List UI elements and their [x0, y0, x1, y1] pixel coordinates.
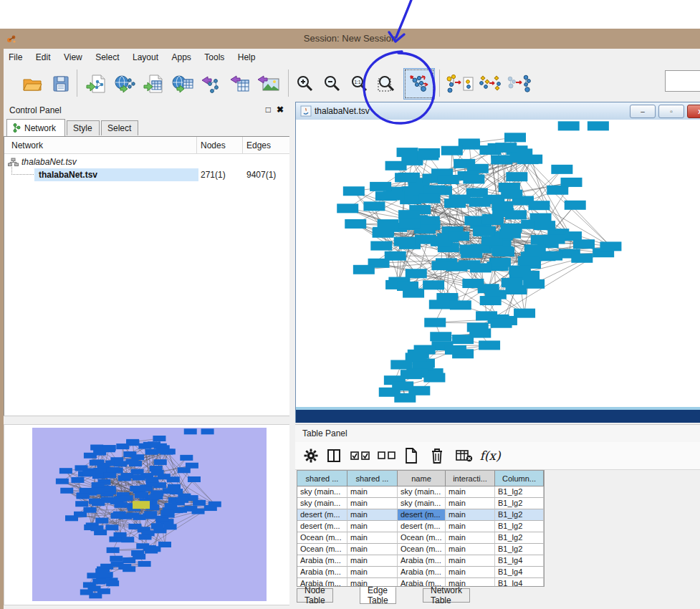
table-cell[interactable]: B1_lg2: [495, 486, 544, 498]
birdseye-canvas[interactable]: [32, 428, 267, 601]
zoom-selected-region-button[interactable]: [373, 68, 401, 100]
table-cell[interactable]: desert (m...: [297, 509, 347, 521]
menu-view[interactable]: View: [59, 49, 87, 62]
table-cell[interactable]: sky (main...: [297, 498, 347, 509]
table-cell[interactable]: main: [446, 544, 495, 555]
table-row[interactable]: Arabia (m...mainArabia (m...mainB1_lg4: [297, 555, 544, 567]
tab-network-table[interactable]: Network Table: [423, 588, 470, 603]
menu-select[interactable]: Select: [90, 49, 124, 62]
table-row[interactable]: Ocean (m...mainOcean (m...mainB1_lg2: [297, 532, 544, 544]
table-cell[interactable]: B1_lg2: [495, 498, 544, 509]
select-first-neighbors-button[interactable]: [442, 68, 476, 100]
table-cell[interactable]: main: [347, 498, 398, 509]
column-header[interactable]: name: [398, 471, 446, 486]
menu-layout[interactable]: Layout: [128, 49, 163, 62]
apply-preferred-layout-button[interactable]: [403, 68, 435, 100]
hide-selected-button[interactable]: [504, 68, 534, 100]
save-session-button[interactable]: [47, 68, 75, 100]
close-panel-button[interactable]: ✖: [277, 105, 284, 115]
table-row[interactable]: desert (m...maindesert (m...mainB1_lg2: [297, 509, 544, 521]
menu-edit[interactable]: Edit: [31, 49, 56, 62]
table-row[interactable]: sky (main...mainsky (main...mainB1_lg2: [297, 498, 544, 509]
table-cell[interactable]: Arabia (m...: [398, 567, 446, 578]
import-table-file-button[interactable]: [140, 68, 168, 100]
menu-tools[interactable]: Tools: [199, 49, 229, 62]
table-cell[interactable]: main: [347, 521, 398, 532]
show-columns-button[interactable]: [324, 446, 344, 466]
float-panel-button[interactable]: □: [266, 105, 271, 115]
network-window-titlebar[interactable]: thalabaNet.tsv – ▫ x: [296, 102, 700, 120]
table-cell[interactable]: main: [446, 567, 495, 578]
table-row[interactable]: Ocean (m...mainOcean (m...mainB1_lg2: [297, 544, 544, 555]
network-canvas[interactable]: [296, 120, 700, 407]
table-cell[interactable]: B1_lg2: [495, 521, 544, 532]
table-cell[interactable]: Ocean (m...: [398, 532, 446, 544]
table-cell[interactable]: Ocean (m...: [297, 532, 347, 544]
new-table-button[interactable]: [401, 446, 421, 466]
table-row[interactable]: desert (m...maindesert (m...mainB1_lg2: [297, 521, 544, 532]
table-cell[interactable]: main: [347, 567, 398, 578]
table-cell[interactable]: desert (m...: [398, 509, 446, 521]
table-cell[interactable]: Arabia (m...: [297, 555, 347, 567]
table-cell[interactable]: main: [446, 498, 495, 509]
table-cell[interactable]: main: [347, 486, 398, 498]
column-header[interactable]: shared ...: [297, 471, 347, 486]
table-cell[interactable]: main: [347, 544, 398, 555]
select-all-button[interactable]: [348, 446, 373, 466]
minimize-button[interactable]: –: [630, 105, 656, 118]
table-cell[interactable]: Arabia (m...: [297, 567, 347, 578]
table-row[interactable]: sky (main...mainsky (main...mainB1_lg2: [297, 486, 544, 498]
table-cell[interactable]: main: [446, 555, 495, 567]
menu-help[interactable]: Help: [233, 49, 261, 62]
table-cell[interactable]: main: [347, 509, 398, 521]
function-builder-button[interactable]: f(x): [476, 446, 504, 466]
delete-table-button[interactable]: [454, 446, 474, 466]
table-cell[interactable]: sky (main...: [398, 486, 446, 498]
table-cell[interactable]: B1_lg2: [495, 532, 544, 544]
column-header[interactable]: interacti...: [446, 471, 495, 486]
open-session-button[interactable]: [18, 68, 47, 100]
deselect-all-button[interactable]: [375, 446, 399, 466]
table-cell[interactable]: B1_lg4: [495, 578, 544, 587]
export-network-button[interactable]: [197, 68, 226, 100]
table-cell[interactable]: B1_lg2: [495, 509, 544, 521]
import-table-web-button[interactable]: [168, 68, 197, 100]
table-cell[interactable]: desert (m...: [297, 521, 347, 532]
export-table-button[interactable]: [226, 68, 254, 100]
table-cell[interactable]: Ocean (m...: [398, 544, 446, 555]
table-row[interactable]: Arabia (m...mainArabia (m...mainB1_lg4: [297, 567, 544, 578]
table-cell[interactable]: desert (m...: [398, 521, 446, 532]
table-cell[interactable]: B1_lg4: [495, 567, 544, 578]
table-row[interactable]: Arabia (m...mainArabia (m...mainB1_lg4: [297, 578, 544, 587]
tab-edge-table[interactable]: Edge Table: [360, 587, 396, 604]
table-cell[interactable]: main: [446, 509, 495, 521]
restore-button[interactable]: ▫: [658, 105, 684, 118]
new-network-from-selection-button[interactable]: [476, 68, 504, 100]
table-cell[interactable]: main: [446, 486, 495, 498]
import-network-web-button[interactable]: [111, 68, 140, 100]
tab-select[interactable]: Select: [101, 120, 138, 135]
menu-apps[interactable]: Apps: [166, 49, 196, 62]
import-network-file-button[interactable]: [82, 68, 111, 100]
vertical-splitter[interactable]: [289, 100, 295, 609]
tab-node-table[interactable]: Node Table: [297, 588, 333, 603]
search-input[interactable]: [665, 70, 700, 92]
zoom-out-button[interactable]: [320, 68, 345, 100]
delete-rows-button[interactable]: [427, 446, 447, 466]
tab-style[interactable]: Style: [67, 120, 100, 135]
table-cell[interactable]: Arabia (m...: [398, 555, 446, 567]
menu-file[interactable]: File: [4, 49, 27, 62]
table-cell[interactable]: sky (main...: [297, 486, 347, 498]
table-cell[interactable]: sky (main...: [398, 498, 446, 509]
table-cell[interactable]: Ocean (m...: [297, 544, 347, 555]
zoom-in-button[interactable]: [292, 68, 318, 100]
table-cell[interactable]: main: [347, 555, 398, 567]
table-cell[interactable]: B1_lg4: [495, 555, 544, 567]
export-image-button[interactable]: [254, 68, 283, 100]
zoom-fit-button[interactable]: 1:1: [347, 68, 373, 100]
tab-network[interactable]: Network: [6, 119, 65, 136]
table-cell[interactable]: main: [446, 532, 495, 544]
column-header[interactable]: shared ...: [347, 471, 398, 486]
collection-row[interactable]: thalabaNet.tsv: [4, 155, 289, 168]
close-button[interactable]: x: [687, 105, 700, 118]
